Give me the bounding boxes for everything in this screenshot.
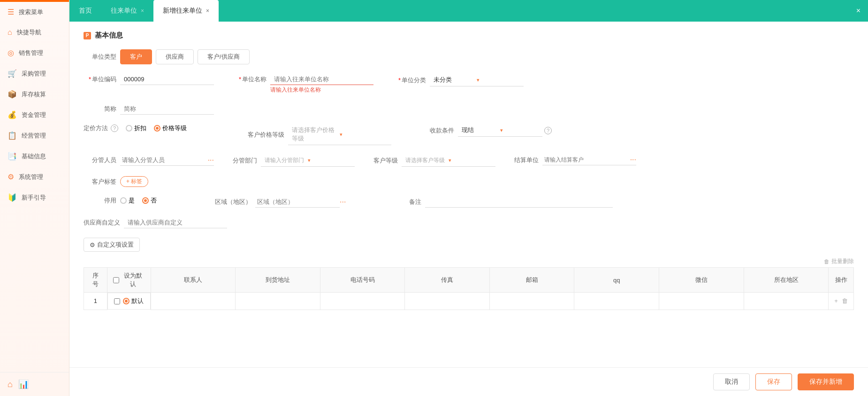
- customer-price-level-select[interactable]: 请选择客户价格等级 ▾: [288, 124, 391, 145]
- region-more-btn[interactable]: ···: [340, 198, 346, 206]
- supervisor-input[interactable]: [120, 155, 206, 165]
- region-input-wrapper: ···: [255, 196, 340, 208]
- settlement-unit-more-btn[interactable]: ···: [630, 155, 636, 164]
- main-area: 首页 往来单位 × 新增往来单位 × × P 基本信息 单位类型 客户 供应商 …: [69, 0, 868, 396]
- remark-label: 备注: [388, 198, 421, 206]
- row-add-btn[interactable]: +: [834, 297, 838, 304]
- sidebar-item-new-guide[interactable]: 🔰 新手引导: [0, 187, 69, 208]
- sidebar-item-sales-mgmt[interactable]: ◎ 销售管理: [0, 43, 69, 63]
- save-button[interactable]: 保存: [755, 373, 792, 390]
- sidebar-item-operation-mgmt[interactable]: 📋 经营管理: [0, 125, 69, 146]
- col-fax: 传真: [405, 268, 490, 293]
- sidebar-item-basic-info[interactable]: 📑 基础信息: [0, 146, 69, 167]
- cell-region[interactable]: [744, 293, 829, 310]
- pricing-radio-discount[interactable]: 折扣: [126, 124, 146, 132]
- table-row: 1 默认: [84, 293, 854, 310]
- payment-condition-select[interactable]: 现结 ▾: [458, 124, 542, 137]
- unit-code-input[interactable]: [120, 74, 214, 85]
- region-input[interactable]: [255, 196, 338, 207]
- qq-input[interactable]: [580, 297, 653, 304]
- add-tag-button[interactable]: + 标签: [120, 176, 148, 187]
- sidebar-item-purchase-mgmt[interactable]: 🛒 采购管理: [0, 63, 69, 84]
- unit-name-group: 单位名称 请输入往来单位名称: [234, 74, 393, 94]
- unit-name-input[interactable]: [270, 74, 373, 85]
- address-input[interactable]: [241, 297, 314, 304]
- unit-type-label: 单位类型: [84, 53, 116, 61]
- col-region: 所在地区: [744, 268, 829, 293]
- cell-qq[interactable]: [574, 293, 659, 310]
- supervisor-input-wrapper: ···: [120, 155, 214, 166]
- cell-contact[interactable]: [151, 293, 236, 310]
- settlement-unit-input[interactable]: [542, 155, 628, 165]
- save-new-button[interactable]: 保存并新增: [798, 373, 854, 390]
- batch-delete-btn[interactable]: 🗑 批量删除: [84, 257, 854, 265]
- tab-new-partner-close[interactable]: ×: [206, 8, 209, 14]
- sidebar-item-label: 系统管理: [19, 173, 43, 181]
- supervisor-label: 分管人员: [84, 156, 116, 164]
- tab-partners[interactable]: 往来单位 ×: [101, 0, 153, 22]
- dept-group: 分管部门 请输入分管部门 ▾: [224, 155, 356, 167]
- region-input-cell[interactable]: [750, 297, 823, 304]
- payment-help-icon[interactable]: ?: [544, 127, 552, 134]
- row-checkbox[interactable]: [114, 298, 120, 304]
- customer-level-select[interactable]: 请选择客户等级 ▾: [402, 155, 495, 167]
- disabled-radio-no[interactable]: 否: [142, 196, 157, 205]
- disabled-radio-yes-label: 是: [129, 196, 135, 205]
- sidebar-item-system-mgmt[interactable]: ⚙ 系统管理: [0, 167, 69, 187]
- purchase-mgmt-icon: 🛒: [8, 69, 17, 78]
- sidebar-item-finance-mgmt[interactable]: 💰 资金管理: [0, 105, 69, 125]
- short-name-input[interactable]: [120, 103, 214, 115]
- contacts-table: 序号 设为默认 联系人 到货地址 电话号码 传真 邮箱 qq 微信 所在地区 操…: [84, 267, 854, 310]
- sidebar-item-search-menu[interactable]: ☰ 搜索菜单: [0, 2, 69, 23]
- cancel-button[interactable]: 取消: [713, 373, 750, 390]
- short-name-row: 简称: [84, 103, 854, 115]
- unit-info-row: 单位编码 单位名称 请输入往来单位名称 单位分类 未分类 ▾: [84, 74, 854, 94]
- type-btn-both[interactable]: 客户/供应商: [198, 49, 250, 64]
- row-default-radio[interactable]: 默认: [123, 297, 144, 305]
- payment-condition-value: 现结: [462, 126, 500, 134]
- contact-input[interactable]: [157, 297, 230, 304]
- tab-new-partner[interactable]: 新增往来单位 ×: [153, 0, 219, 22]
- customize-btn[interactable]: ⚙ 自定义项设置: [84, 238, 140, 252]
- disabled-radio-yes-outer: [120, 197, 127, 204]
- region-group: 区域（地区） ···: [215, 196, 374, 208]
- col-email: 邮箱: [489, 268, 574, 293]
- pricing-radio-price-level[interactable]: 价格等级: [154, 124, 187, 132]
- type-btn-customer[interactable]: 客户: [120, 49, 152, 64]
- cell-fax[interactable]: [405, 293, 490, 310]
- fax-input[interactable]: [411, 297, 484, 304]
- type-btn-supplier[interactable]: 供应商: [156, 49, 194, 64]
- unit-type-group: 单位类型 客户 供应商 客户/供应商: [84, 49, 250, 64]
- sidebar-item-quick-nav[interactable]: ⌂ 快捷导航: [0, 23, 69, 43]
- dept-arrow: ▾: [308, 157, 351, 163]
- pricing-radio-discount-outer: [126, 125, 132, 132]
- cell-email[interactable]: [489, 293, 574, 310]
- cell-address[interactable]: [236, 293, 320, 310]
- phone-input[interactable]: [326, 297, 399, 304]
- col-default-checkbox[interactable]: [113, 277, 119, 283]
- email-input[interactable]: [495, 297, 569, 304]
- pricing-label: 定价方法 ?: [84, 124, 118, 132]
- tab-partners-close[interactable]: ×: [141, 8, 144, 14]
- supervisor-more-btn[interactable]: ···: [208, 156, 214, 164]
- pricing-radio-discount-label: 折扣: [134, 124, 146, 132]
- bottom-icon1: ⌂: [8, 380, 13, 389]
- close-all-button[interactable]: ×: [849, 7, 868, 15]
- disabled-radio-yes[interactable]: 是: [120, 196, 135, 205]
- unit-category-select[interactable]: 未分类 ▾: [430, 74, 524, 86]
- cell-wechat[interactable]: [659, 293, 744, 310]
- tab-home[interactable]: 首页: [69, 0, 101, 22]
- payment-condition-group: 收款条件 现结 ▾ ?: [421, 124, 562, 137]
- remark-input[interactable]: [425, 196, 613, 208]
- sidebar-item-label: 采购管理: [22, 70, 46, 78]
- sidebar-item-label: 基础信息: [22, 152, 46, 161]
- short-name-group: 简称: [84, 103, 234, 115]
- row-delete-btn[interactable]: 🗑: [842, 297, 848, 304]
- wechat-input[interactable]: [665, 297, 738, 304]
- pricing-help-icon[interactable]: ?: [111, 124, 118, 132]
- dept-select[interactable]: 请输入分管部门 ▾: [261, 155, 355, 167]
- sidebar-bottom[interactable]: ⌂ 📊: [0, 372, 69, 396]
- sidebar-item-inventory[interactable]: 📦 库存核算: [0, 84, 69, 105]
- supplier-custom-input[interactable]: [124, 217, 227, 228]
- cell-phone[interactable]: [320, 293, 405, 310]
